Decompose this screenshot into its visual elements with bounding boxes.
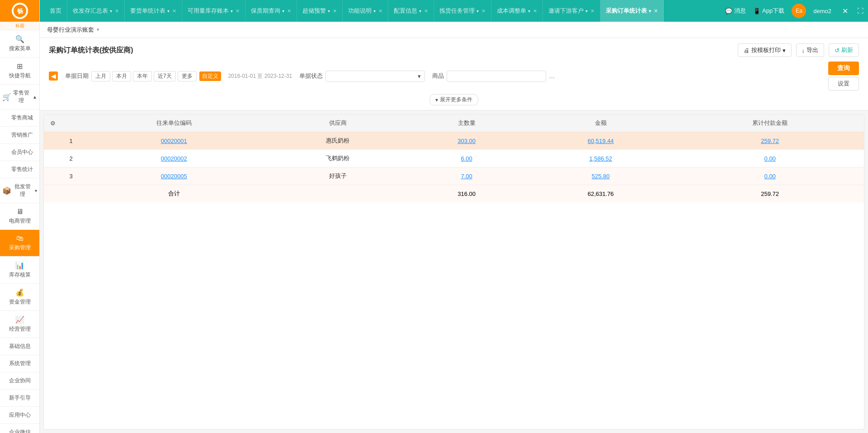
user-initials: Ea <box>796 8 802 14</box>
sidebar-item-marketing[interactable]: 营销推广 <box>0 127 39 144</box>
sidebar-item-app-center[interactable]: 应用中心 <box>0 407 39 424</box>
table-row[interactable]: 3 00020005 好孩子 7.00 525.80 0.00 <box>44 167 864 185</box>
app-logo: 畅 <box>0 0 39 22</box>
row-main-qty-1[interactable]: 6.00 <box>408 150 525 167</box>
goods-input[interactable] <box>447 71 546 82</box>
topbar-right: 💬 消息 📱 App下载 Ea demo2 ✕ ⛶ <box>725 4 863 18</box>
sidebar-item-new-guide[interactable]: 新手引导 <box>0 390 39 407</box>
tab-pick-task[interactable]: 拣货任务管理 ▾ ✕ <box>434 0 491 22</box>
date-custom-badge: 自定义 <box>199 71 221 81</box>
shortcut-7days[interactable]: 近7天 <box>154 71 176 81</box>
tab-config-info[interactable]: 配置信息 ▾ ✕ <box>388 0 434 22</box>
page-actions: 🖨 按模板打印 ▾ ↓ 导出 ↺ 刷新 <box>738 43 859 57</box>
tab-func-desc[interactable]: 功能说明 ▾ ✕ <box>343 0 388 22</box>
refresh-btn[interactable]: ↺ 刷新 <box>829 43 859 57</box>
row-supplier-code-0[interactable]: 00020001 <box>80 132 268 150</box>
sidebar-item-inventory[interactable]: 📊 库存核算 <box>0 257 39 284</box>
template-print-btn[interactable]: 🖨 按模板打印 ▾ <box>738 43 792 57</box>
sidebar-item-enterprise-wechat[interactable]: 企业微信 <box>0 424 39 433</box>
status-select[interactable]: ▾ <box>326 71 425 82</box>
row-main-qty-2[interactable]: 7.00 <box>408 167 525 185</box>
sidebar-item-operations[interactable]: 📈 经营管理 <box>0 311 39 338</box>
more-options-btn[interactable]: ... <box>549 72 555 80</box>
tab-pick-task-close[interactable]: ✕ <box>481 8 486 14</box>
tab-purchase-stats[interactable]: 采购订单统计表 ▾ ✕ <box>600 0 664 22</box>
sidebar-item-wholesale[interactable]: 📦 批发管理 ▾ <box>0 178 39 203</box>
row-paid-amount-2[interactable]: 0.00 <box>676 167 864 185</box>
sidebar-item-enterprise[interactable]: 企业协同 <box>0 372 39 390</box>
tab-func-desc-close[interactable]: ✕ <box>378 8 382 14</box>
export-btn[interactable]: ↓ 导出 <box>796 43 825 57</box>
footer-empty-2 <box>62 185 80 203</box>
row-supplier-code-1[interactable]: 00020002 <box>80 150 268 167</box>
window-maximize-btn[interactable]: ⛶ <box>857 7 863 14</box>
sidebar-item-finance[interactable]: 💰 资金管理 <box>0 284 39 311</box>
row-paid-amount-1[interactable]: 0.00 <box>676 150 864 167</box>
tab-home[interactable]: 首页 <box>44 0 67 22</box>
app-download-btn[interactable]: 📱 App下载 <box>753 7 784 15</box>
tab-order-stats[interactable]: 要货单统计表 ▾ ✕ <box>125 0 182 22</box>
filter-settings-btn[interactable]: 设置 <box>828 77 859 90</box>
shortcut-this-year[interactable]: 本年 <box>133 71 152 81</box>
query-btn[interactable]: 查询 <box>828 62 859 75</box>
tab-cost-adjust-close[interactable]: ✕ <box>533 8 537 14</box>
user-avatar[interactable]: Ea <box>792 4 806 18</box>
row-amount-0[interactable]: 60,519.44 <box>525 132 676 150</box>
export-icon: ↓ <box>802 47 805 54</box>
shortcut-this-month[interactable]: 本月 <box>112 71 131 81</box>
sidebar-item-system[interactable]: 系统管理 <box>0 355 39 372</box>
tab-cost-adjust[interactable]: 成本调整单 ▾ ✕ <box>491 0 543 22</box>
tab-purchase-stats-close[interactable]: ✕ <box>654 8 658 14</box>
shortcut-last-month[interactable]: 上月 <box>91 71 110 81</box>
col-supplier-code[interactable]: 往来单位编码 <box>80 114 268 132</box>
table-row[interactable]: 1 00020001 惠氏奶粉 303.00 60,519.44 259.72 <box>44 132 864 150</box>
expand-more-btn[interactable]: ▾ 展开更多条件 <box>429 94 478 105</box>
goods-filter-label: 商品 <box>432 72 444 80</box>
col-supplier-name[interactable]: 供应商 <box>268 114 408 132</box>
sidebar-item-retail-stats[interactable]: 零售统计 <box>0 161 39 178</box>
tab-invite-downstream-close[interactable]: ✕ <box>590 8 594 14</box>
account-selector[interactable]: 母婴行业演示账套 ▾ <box>47 26 99 34</box>
tab-receivable-close[interactable]: ✕ <box>115 8 119 14</box>
tab-shelf-life[interactable]: 保质期查询 ▾ ✕ <box>245 0 297 22</box>
tab-config-info-close[interactable]: ✕ <box>424 8 428 14</box>
tab-overstock-close[interactable]: ✕ <box>333 8 337 14</box>
sidebar-item-shortcuts[interactable]: ⊞ 快捷导航 <box>0 57 39 85</box>
topbar-nav: 首页 收发存汇总表 ▾ ✕ 要货单统计表 ▾ ✕ 可用量库存账本 ▾ ✕ 保质期… <box>44 0 721 22</box>
tab-inventory-ledger[interactable]: 可用量库存账本 ▾ ✕ <box>182 0 245 22</box>
sidebar-item-search[interactable]: 🔍 搜索英单 <box>0 30 39 57</box>
sidebar-item-retail-mall[interactable]: 零售商城 <box>0 109 39 127</box>
tab-receivable[interactable]: 收发存汇总表 ▾ ✕ <box>67 0 125 22</box>
sidebar-retail-label: 零售管理 <box>12 89 30 105</box>
row-paid-amount-0[interactable]: 259.72 <box>676 132 864 150</box>
tab-order-stats-close[interactable]: ✕ <box>172 8 176 14</box>
sidebar-finance-label: 资金管理 <box>9 298 31 306</box>
sidebar-enterprise-label: 企业协同 <box>9 377 31 385</box>
sidebar-item-members[interactable]: 会员中心 <box>0 144 39 161</box>
tab-overstock[interactable]: 超储预警 ▾ ✕ <box>297 0 343 22</box>
tab-shelf-life-close[interactable]: ✕ <box>287 8 291 14</box>
sidebar-item-retail[interactable]: 🛒 零售管理 ▲ <box>0 85 39 109</box>
tab-config-info-arrow: ▾ <box>419 9 421 14</box>
row-amount-2[interactable]: 525.80 <box>525 167 676 185</box>
col-settings[interactable]: ⚙ <box>44 114 62 132</box>
tab-invite-downstream[interactable]: 邀请下游客户 ▾ ✕ <box>543 0 600 22</box>
col-paid-amount[interactable]: 累计付款金额 <box>676 114 864 132</box>
row-supplier-code-2[interactable]: 00020005 <box>80 167 268 185</box>
shortcut-more[interactable]: 更多 <box>178 71 197 81</box>
expand-chevron-down-icon: ▾ <box>435 97 438 103</box>
col-main-qty[interactable]: 主数量 <box>408 114 525 132</box>
row-amount-1[interactable]: 1,586.52 <box>525 150 676 167</box>
window-close-btn[interactable]: ✕ <box>842 7 848 15</box>
sidebar-item-ecommerce[interactable]: 🖥 电商管理 <box>0 203 39 230</box>
row-main-qty-0[interactable]: 303.00 <box>408 132 525 150</box>
print-dropdown-arrow: ▾ <box>783 47 786 54</box>
col-amount[interactable]: 金额 <box>525 114 676 132</box>
sidebar-item-purchase[interactable]: 🛍 采购管理 <box>0 230 39 257</box>
filter-toggle-btn[interactable]: ◀ <box>49 71 58 81</box>
tab-inventory-ledger-close[interactable]: ✕ <box>236 8 240 14</box>
table-row[interactable]: 2 00020002 飞鹤奶粉 6.00 1,586.52 0.00 <box>44 150 864 167</box>
filter-row-1: ◀ 单据日期 上月 本月 本年 近7天 更多 自定义 2016-01-01 至 … <box>49 62 859 90</box>
message-btn[interactable]: 💬 消息 <box>725 7 746 15</box>
sidebar-item-basic-info[interactable]: 基础信息 <box>0 338 39 355</box>
